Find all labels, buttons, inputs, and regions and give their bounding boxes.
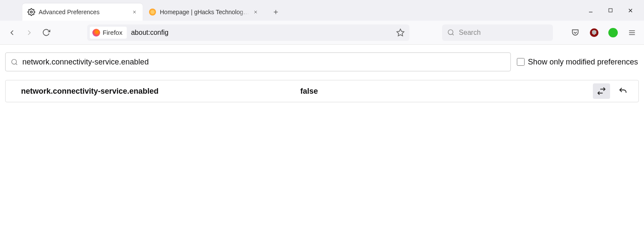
- firefox-logo-icon: [92, 29, 100, 37]
- site-identity-button[interactable]: Firefox: [90, 27, 127, 39]
- app-menu-button[interactable]: [625, 26, 639, 40]
- svg-rect-8: [609, 9, 612, 12]
- pocket-button[interactable]: [568, 26, 582, 40]
- address-bar[interactable]: Firefox about:config: [87, 24, 409, 41]
- svg-point-12: [448, 30, 453, 34]
- ghacks-favicon-icon: [149, 8, 156, 16]
- tab-title: Homepage | gHacks Technology News: [160, 9, 250, 15]
- preference-table: network.connectivity-service.enabled fal…: [5, 80, 639, 102]
- back-button[interactable]: [5, 26, 19, 40]
- toggle-preference-button[interactable]: [593, 83, 610, 99]
- preference-name: network.connectivity-service.enabled: [21, 87, 300, 96]
- reset-preference-button[interactable]: [614, 83, 632, 99]
- undo-icon: [618, 86, 628, 96]
- tab-strip: Advanced Preferences Homepage | gHacks T…: [0, 0, 644, 21]
- window-controls: [586, 0, 641, 21]
- bookmark-star-button[interactable]: [394, 26, 407, 39]
- forward-button[interactable]: [22, 26, 36, 40]
- show-modified-checkbox-label[interactable]: Show only modified preferences: [517, 58, 639, 67]
- maximize-button[interactable]: [605, 5, 616, 15]
- tab-advanced-preferences[interactable]: Advanced Preferences: [22, 3, 143, 21]
- preference-search-input[interactable]: [22, 58, 505, 67]
- about-config-content: Show only modified preferences network.c…: [0, 45, 644, 110]
- search-icon: [11, 58, 18, 66]
- svg-line-18: [16, 63, 17, 64]
- gear-icon: [27, 8, 35, 16]
- search-bar[interactable]: Search: [442, 24, 553, 41]
- toolbar-right: [568, 26, 639, 40]
- preference-search-box[interactable]: [5, 52, 511, 71]
- minimize-button[interactable]: [586, 5, 596, 15]
- new-tab-button[interactable]: [269, 5, 283, 19]
- ublock-extension-button[interactable]: [587, 26, 601, 40]
- close-icon[interactable]: [252, 8, 259, 16]
- svg-line-13: [452, 34, 454, 35]
- shield-icon: [590, 28, 598, 37]
- account-avatar-icon: [608, 28, 618, 37]
- svg-point-17: [12, 59, 16, 64]
- svg-marker-11: [397, 29, 404, 36]
- preference-search-row: Show only modified preferences: [5, 52, 639, 71]
- show-modified-label: Show only modified preferences: [528, 58, 638, 67]
- identity-label: Firefox: [103, 29, 122, 36]
- reload-button[interactable]: [39, 26, 53, 40]
- search-icon: [447, 29, 455, 36]
- show-modified-checkbox[interactable]: [517, 58, 525, 66]
- preference-row[interactable]: network.connectivity-service.enabled fal…: [6, 80, 638, 102]
- close-window-button[interactable]: [625, 5, 635, 15]
- svg-point-0: [31, 11, 33, 13]
- close-icon[interactable]: [131, 8, 138, 16]
- navigation-toolbar: Firefox about:config Search: [0, 21, 644, 45]
- account-button[interactable]: [606, 26, 620, 40]
- url-text: about:config: [131, 29, 394, 37]
- tab-title: Advanced Preferences: [39, 9, 129, 15]
- search-placeholder: Search: [459, 29, 481, 37]
- tab-ghacks-homepage[interactable]: Homepage | gHacks Technology News: [143, 3, 264, 21]
- preference-value: false: [300, 87, 593, 96]
- preference-actions: [593, 83, 632, 99]
- swap-icon: [597, 86, 606, 96]
